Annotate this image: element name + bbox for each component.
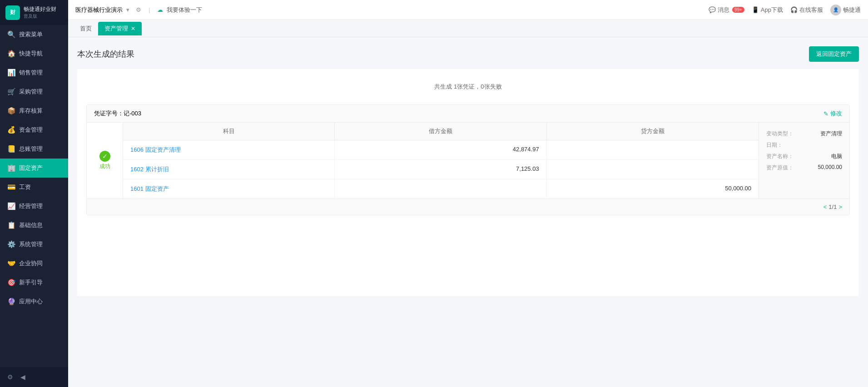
edit-icon: ✎	[823, 110, 828, 117]
row3-credit: 50,000.00	[547, 179, 759, 198]
edit-label: 修改	[830, 109, 842, 118]
sidebar-item-fixedasset[interactable]: 🏢固定资产	[0, 159, 68, 178]
user-info[interactable]: 👤 畅捷通	[830, 5, 861, 15]
sidebar-label-fixedasset: 固定资产	[19, 164, 43, 172]
sidebar-label-guide: 新手引导	[19, 278, 43, 287]
voucher-card: 凭证字号：记-003 ✎ 修改 ✓ 成功	[86, 104, 850, 215]
sidebar-label-collab: 企业协同	[19, 259, 43, 268]
page-info: 1/1	[828, 203, 837, 210]
online-service-label: 在线客服	[799, 6, 823, 14]
change-type-label: 变动类型：	[766, 130, 794, 138]
sidebar-item-basic[interactable]: 📋基础信息	[0, 216, 68, 235]
row2-credit	[547, 160, 759, 179]
headset-icon: 🎧	[790, 6, 798, 13]
result-summary: 共生成 1张凭证，0张失败	[86, 78, 850, 95]
sidebar-item-salary[interactable]: 💳工资	[0, 178, 68, 197]
success-icon: ✓	[99, 151, 110, 162]
status-column: ✓ 成功	[87, 123, 123, 198]
settings-icon[interactable]: ⚙	[7, 373, 13, 381]
sidebar-item-search[interactable]: 🔍搜索菜单	[0, 25, 68, 44]
avatar: 👤	[830, 5, 841, 15]
collapse-icon[interactable]: ◀	[20, 373, 25, 381]
change-type-row: 变动类型： 资产清理	[766, 130, 842, 138]
sidebar-label-salary: 工资	[19, 183, 31, 191]
sidebar-icon-purchase: 🛒	[7, 88, 15, 96]
sidebar-label-purchase: 采购管理	[19, 88, 43, 96]
asset-original-value: 50,000.00	[818, 164, 842, 172]
sidebar-item-ledger[interactable]: 📒总账管理	[0, 139, 68, 159]
sidebar-icon-quicknav: 🏠	[7, 50, 15, 58]
sidebar-item-quicknav[interactable]: 🏠快捷导航	[0, 44, 68, 63]
sidebar-label-basic: 基础信息	[19, 221, 43, 229]
page-title: 本次生成的结果	[77, 49, 134, 60]
app-download-label: App下载	[761, 6, 783, 14]
company-name: 医疗器械行业演示	[75, 6, 123, 14]
sidebar-label-sales: 销售管理	[19, 69, 43, 77]
date-row: 日期：	[766, 141, 842, 149]
sidebar-item-apps[interactable]: 🔮应用中心	[0, 292, 68, 311]
username: 畅捷通	[843, 6, 861, 14]
row3-subject[interactable]: 1601 固定资产	[123, 179, 335, 198]
help-text[interactable]: 我要体验一下	[167, 6, 202, 14]
sidebar-label-apps: 应用中心	[19, 298, 43, 306]
result-section: 共生成 1张凭证，0张失败 凭证字号：记-003 ✎ 修改 ✓	[77, 69, 859, 296]
row1-subject[interactable]: 1606 固定资产清理	[123, 140, 335, 159]
return-button[interactable]: 返回固定资产	[809, 46, 859, 62]
logo-area: 财 畅捷通好业财 普及版	[0, 0, 68, 25]
sidebar-item-guide[interactable]: 🎯新手引导	[0, 273, 68, 292]
logo-icon: 财	[5, 5, 20, 20]
sidebar-item-management[interactable]: 📈经营管理	[0, 197, 68, 216]
logo-sub: 普及版	[24, 13, 56, 20]
sidebar-label-search: 搜索菜单	[19, 30, 43, 39]
voucher-header: 凭证字号：记-003 ✎ 修改	[87, 105, 849, 123]
th-subject: 科目	[123, 123, 335, 140]
tab-label: 资产管理	[104, 25, 128, 33]
messages-btn[interactable]: 💬 消息 99+	[709, 6, 744, 14]
sidebar-item-sales[interactable]: 📊销售管理	[0, 63, 68, 82]
table-row: 1602 累计折旧 7,125.03	[123, 160, 759, 179]
voucher-table: 科目 借方金额 贷方金额 1606 固定资产清理 42,874.97 16	[123, 123, 759, 198]
settings-header-icon[interactable]: ⚙	[136, 6, 141, 13]
table-row: 1601 固定资产 50,000.00	[123, 179, 759, 198]
sidebar-item-system[interactable]: ⚙️系统管理	[0, 235, 68, 254]
sidebar-footer: ⚙ ◀	[0, 367, 68, 387]
sidebar-icon-apps: 🔮	[7, 298, 15, 306]
prev-page-icon[interactable]: <	[823, 203, 827, 210]
sidebar-item-inventory[interactable]: 📦库存核算	[0, 101, 68, 120]
sidebar-item-funds[interactable]: 💰资金管理	[0, 120, 68, 139]
sidebar-item-collab[interactable]: 🤝企业协同	[0, 254, 68, 273]
sidebar-icon-inventory: 📦	[7, 107, 15, 115]
tab-home[interactable]: 首页	[75, 22, 96, 35]
header-left: 医疗器械行业演示 ▾ ⚙ | ☁ 我要体验一下	[75, 6, 202, 14]
logo-text: 畅捷通好业财	[24, 5, 56, 13]
messages-badge: 99+	[732, 7, 744, 13]
dropdown-icon[interactable]: ▾	[126, 6, 129, 13]
sidebar-icon-sales: 📊	[7, 69, 15, 77]
sidebar-icon-search: 🔍	[7, 30, 15, 39]
voucher-body: ✓ 成功 科目 借方金额 贷方金额 1606 固定资产清理	[87, 123, 849, 198]
sidebar-label-inventory: 库存核算	[19, 107, 43, 115]
change-type-value: 资产清理	[820, 130, 842, 138]
sidebar-icon-funds: 💰	[7, 126, 15, 134]
online-service-btn[interactable]: 🎧 在线客服	[790, 6, 823, 14]
edit-button[interactable]: ✎ 修改	[823, 109, 842, 118]
sidebar-label-funds: 资金管理	[19, 126, 43, 134]
tab-close-icon[interactable]: ✕	[131, 25, 135, 32]
row3-debit	[335, 179, 546, 198]
sidebar-item-purchase[interactable]: 🛒采购管理	[0, 82, 68, 101]
voucher-side-info: 变动类型： 资产清理 日期： 资产名称： 电脑 资产原值：	[759, 123, 849, 198]
asset-name-value: 电脑	[831, 153, 842, 160]
sidebar-icon-fixedasset: 🏢	[7, 164, 15, 172]
sidebar-icon-basic: 📋	[7, 221, 15, 229]
sidebar-icon-ledger: 📒	[7, 145, 15, 153]
sidebar-label-management: 经营管理	[19, 202, 43, 210]
sidebar-label-ledger: 总账管理	[19, 145, 43, 153]
status-cell: ✓ 成功	[94, 145, 116, 176]
main-area: 医疗器械行业演示 ▾ ⚙ | ☁ 我要体验一下 💬 消息 99+ 📱 App下载…	[68, 0, 868, 387]
tab-asset-mgmt[interactable]: 资产管理 ✕	[98, 22, 142, 35]
sidebar-label-quicknav: 快捷导航	[19, 50, 43, 58]
next-page-icon[interactable]: >	[838, 203, 842, 210]
app-download-btn[interactable]: 📱 App下载	[752, 6, 783, 14]
pagination: < 1/1 >	[87, 198, 849, 215]
row2-subject[interactable]: 1602 累计折旧	[123, 160, 335, 179]
